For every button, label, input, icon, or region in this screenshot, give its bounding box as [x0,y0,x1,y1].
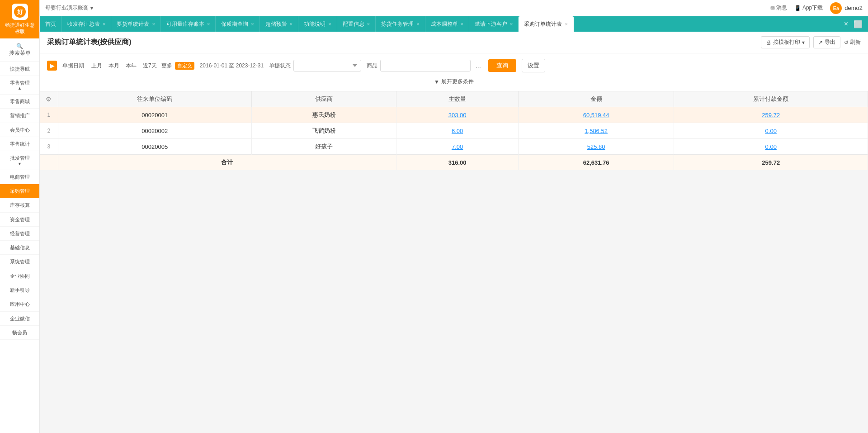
row-amount[interactable]: 1,586.52 [518,123,674,139]
tab-purchase-summary[interactable]: 采购订单统计表 × [519,16,573,32]
tab-cost-adjust[interactable]: 成本调整单 × [425,16,469,32]
status-filter-select[interactable] [293,60,361,71]
date-filter-label: 单据日期 [62,62,84,70]
sidebar-item-vip[interactable]: 畅会员 [0,326,39,340]
row-qty[interactable]: 303.00 [396,107,518,123]
tab-pick-task-close-icon[interactable]: × [416,21,419,27]
export-button[interactable]: ↗ 导出 [813,36,840,48]
sidebar-item-basic[interactable]: 基础信息 [0,241,39,255]
message-button[interactable]: ✉ 消息 [770,4,787,12]
tab-overstock-close-icon[interactable]: × [290,21,292,27]
date-shortcut-this-month[interactable]: 本月 [107,61,121,71]
date-shortcut-7-days[interactable]: 近7天 [141,61,159,71]
date-custom-badge[interactable]: 自定义 [175,62,194,70]
tab-order-summary[interactable]: 要货单统计表 × [111,16,160,32]
tab-warranty-close-icon[interactable]: × [251,21,254,27]
sidebar-item-quick-nav[interactable]: 快捷导航 [0,62,39,76]
app-download-button[interactable]: 📱 App下载 [794,4,823,12]
row-amount[interactable]: 525.80 [518,139,674,155]
sidebar-item-ops[interactable]: 经营管理 [0,227,39,241]
tab-func-desc[interactable]: 功能说明 × [298,16,337,32]
tab-collect[interactable]: 收发存汇总表 × [62,16,111,32]
app-download-label: App下载 [802,4,823,12]
tab-order-summary-close-icon[interactable]: × [152,21,155,27]
tab-close-btn[interactable]: × [842,19,850,29]
row-paid[interactable]: 259.72 [674,107,868,123]
tab-stock-ledger[interactable]: 可用量库存账本 × [161,16,216,32]
tab-collect-close-icon[interactable]: × [103,21,105,27]
goods-filter-field: 商品 … [367,60,483,71]
sidebar-item-inventory[interactable]: 库存核算 [0,198,39,212]
row-qty[interactable]: 7.00 [396,139,518,155]
goods-filter-input[interactable] [380,60,471,71]
search-menu-button[interactable]: 🔍 搜索菜单 [4,41,36,59]
sidebar-item-system[interactable]: 系统管理 [0,255,39,269]
data-table: ⚙ 往来单位编码 供应商 主数量 金额 累计付款金额 1 00020001 惠氏… [40,91,868,170]
row-amount[interactable]: 60,519.44 [518,107,674,123]
footer-qty: 316.00 [396,155,518,171]
message-icon: ✉ [770,5,775,11]
sidebar-item-retail-shop[interactable]: 零售商城 [0,95,39,109]
sidebar-item-retail[interactable]: 零售管理 ▲ [0,76,39,95]
date-shortcut-this-year[interactable]: 本年 [124,61,138,71]
row-code: 00020002 [58,123,252,139]
row-paid[interactable]: 0.00 [674,139,868,155]
sidebar-item-collab[interactable]: 企业协同 [0,269,39,283]
tab-maximize-btn[interactable]: ⬜ [852,19,864,29]
sidebar-item-purchase[interactable]: 采购管理 [0,184,39,198]
sidebar-item-marketing[interactable]: 营销推广 [0,109,39,123]
sidebar-item-finance[interactable]: 资金管理 [0,213,39,227]
tab-config-close-icon[interactable]: × [367,21,370,27]
page-header: 采购订单统计表(按供应商) 🖨 按模板打印 ▾ ↗ 导出 ↺ 刷新 [40,32,868,53]
sidebar-item-ecommerce[interactable]: 电商管理 [0,170,39,184]
topbar: 母婴行业演示账套 ▾ ✉ 消息 📱 App下载 Ea demo2 [40,0,868,16]
date-range-display: 2016-01-01 至 2023-12-31 [200,62,264,70]
column-settings-button[interactable]: ⚙ [46,95,52,103]
column-settings[interactable]: ⚙ [40,91,58,107]
user-menu-button[interactable]: Ea demo2 [830,2,863,14]
triangle-right-icon: ▶ [50,62,55,69]
query-button[interactable]: 查询 [488,59,516,72]
sidebar-item-newbie[interactable]: 新手引导 [0,283,39,297]
table-row: 1 00020001 惠氏奶粉 303.00 60,519.44 259.72 [40,107,868,123]
tab-home[interactable]: 首页 [40,16,62,32]
quick-nav-label: 快捷导航 [10,66,30,72]
date-shortcut-last-month[interactable]: 上月 [90,61,104,71]
setting-button[interactable]: 设置 [522,59,545,72]
print-button[interactable]: 🖨 按模板打印 ▾ [761,36,810,48]
tab-pick-task-label: 拣货任务管理 [381,20,414,28]
filter-toggle-button[interactable]: ▶ [47,61,57,71]
expand-more-button[interactable]: ▼ 展开更多条件 [434,78,474,86]
goods-filter-more-icon[interactable]: … [473,62,483,69]
sidebar-item-app-center[interactable]: 应用中心 [0,297,39,311]
tab-purchase-summary-close-icon[interactable]: × [565,21,567,27]
tab-config[interactable]: 配置信息 × [337,16,376,32]
tab-warranty[interactable]: 保质期查询 × [216,16,259,32]
app-download-icon: 📱 [794,5,801,11]
page-title: 采购订单统计表(按供应商) [47,38,132,47]
tab-pick-task[interactable]: 拣货任务管理 × [376,16,425,32]
tab-invite-down-close-icon[interactable]: × [510,21,513,27]
sidebar-item-member[interactable]: 会员中心 [0,123,39,137]
tab-invite-down[interactable]: 邀请下游客户 × [469,16,519,32]
app-logo[interactable]: 好 畅捷通好生意 标版 [0,0,39,38]
row-paid[interactable]: 0.00 [674,123,868,139]
data-table-container: ⚙ 往来单位编码 供应商 主数量 金额 累计付款金额 1 00020001 惠氏… [40,91,868,170]
sidebar-item-wholesale[interactable]: 批发管理 ▼ [0,151,39,170]
tab-cost-adjust-close-icon[interactable]: × [461,21,463,27]
row-num: 3 [40,139,58,155]
workspace-selector[interactable]: 母婴行业演示账套 ▾ [45,4,93,12]
tab-overstock[interactable]: 超储预警 × [260,16,298,32]
refresh-button[interactable]: ↺ 刷新 [844,38,861,46]
date-shortcut-more[interactable]: 更多 [161,62,172,70]
tab-stock-ledger-close-icon[interactable]: × [207,21,210,27]
goods-filter-label: 商品 [367,62,377,70]
tab-func-desc-close-icon[interactable]: × [328,21,331,27]
sidebar-item-retail-stat[interactable]: 零售统计 [0,137,39,151]
tab-func-desc-label: 功能说明 [304,20,326,28]
footer-paid: 259.72 [674,155,868,171]
sidebar-item-wechat[interactable]: 企业微信 [0,312,39,326]
row-qty[interactable]: 6.00 [396,123,518,139]
refresh-label: 刷新 [850,38,861,46]
print-icon: 🖨 [766,39,771,46]
